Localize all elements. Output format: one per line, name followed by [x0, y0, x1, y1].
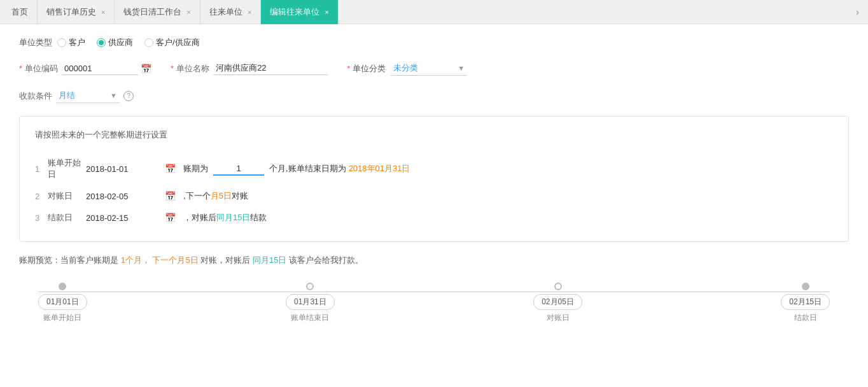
timeline-date-box-4: 02月15日 — [781, 294, 830, 310]
timeline-node-3: 02月05日 对账日 — [533, 283, 582, 323]
tab-partner-label: 往来单位 — [209, 6, 242, 18]
timeline-node-4: 02月15日 结款日 — [781, 283, 830, 323]
tab-home[interactable]: 首页 — [3, 0, 38, 24]
calendar-icon-row1[interactable]: 📅 — [165, 164, 176, 174]
tabs-bar: 首页 销售订单历史 × 钱货日清工作台 × 往来单位 × 编辑往来单位 × › — [0, 0, 868, 24]
calendar-icon-row2[interactable]: 📅 — [165, 191, 176, 201]
code-label: 单位编码 — [25, 63, 58, 74]
tab-more-button[interactable]: › — [850, 7, 865, 17]
code-input[interactable] — [62, 62, 138, 75]
radio-customer-label: 客户 — [69, 37, 85, 48]
classify-select[interactable]: 未分类 ▼ — [391, 61, 467, 76]
tab-edit-partner-close[interactable]: × — [325, 8, 328, 16]
period-row-1-date: 2018-01-01 — [86, 164, 162, 174]
timeline-date-3: 02月05日 — [542, 297, 574, 306]
timeline-node-2: 01月31日 账单结束日 — [286, 283, 335, 323]
name-field-group: * 单位名称 — [171, 62, 328, 75]
name-label: 单位名称 — [176, 63, 209, 74]
question-icon[interactable]: ? — [123, 91, 134, 101]
period-row-3-date: 2018-02-15 — [86, 213, 162, 223]
period-row-2-highlight: 月5日 — [211, 190, 232, 202]
tab-partner[interactable]: 往来单位 × — [200, 0, 261, 24]
period-row-3-highlight: 同月15日 — [216, 212, 250, 223]
calendar-icon-code[interactable]: 📅 — [141, 64, 151, 74]
period-row-1-label: 账单开始日 — [48, 157, 86, 180]
payment-select-value: 月结 — [59, 90, 106, 101]
radio-customer-supplier-label: 客户/供应商 — [156, 37, 200, 48]
radio-supplier-label: 供应商 — [108, 37, 133, 48]
payment-row: 收款条件 月结 ▼ ? — [19, 88, 849, 103]
period-row-2-desc-suffix: 对账 — [232, 190, 248, 202]
radio-customer-circle — [57, 38, 66, 47]
timeline-date-1: 01月01日 — [46, 297, 79, 306]
radio-supplier[interactable]: 供应商 — [97, 37, 133, 48]
period-months-input[interactable] — [213, 162, 264, 176]
name-input[interactable] — [213, 62, 328, 75]
period-row-1-num: 1 — [35, 164, 48, 174]
radio-customer-supplier-circle — [144, 38, 153, 47]
preview-suffix: 该客户会给我打款。 — [289, 255, 363, 265]
timeline-date-box-1: 01月01日 — [38, 294, 87, 310]
period-row-3-label: 结款日 — [48, 212, 86, 223]
timeline-dot-2 — [306, 283, 314, 290]
tab-sales-history-close[interactable]: × — [101, 8, 105, 16]
tab-cash-work-close[interactable]: × — [186, 8, 190, 16]
period-row-3-desc-suffix: 结款 — [250, 212, 267, 223]
classify-required-star: * — [347, 64, 350, 73]
preview-part1: 1个月， — [121, 255, 150, 265]
period-row-3-desc-prefix: ，对账后 — [183, 212, 216, 223]
timeline-node-1: 01月01日 账单开始日 — [38, 283, 87, 323]
unit-type-label: 单位类型 — [19, 37, 52, 48]
preview-mid: 对账，对账后 — [200, 255, 250, 265]
preview-text: 账期预览：当前客户账期是 1个月， 下一个月5日 对账，对账后 同月15日 该客… — [19, 255, 849, 266]
period-row-2-num: 2 — [35, 192, 48, 201]
timeline-dot-1 — [59, 283, 66, 290]
timeline-date-4: 02月15日 — [789, 297, 822, 306]
period-row-2: 2 对账日 2018-02-05 📅 ,下一个 月5日 对账 — [35, 185, 833, 207]
period-row-2-label: 对账日 — [48, 190, 86, 202]
timeline-label-2: 账单结束日 — [291, 313, 329, 323]
radio-supplier-circle — [97, 38, 106, 47]
timeline-label-3: 对账日 — [547, 313, 570, 323]
unit-type-row: 单位类型 客户 供应商 客户/供应商 — [19, 37, 849, 48]
preview-part3: 同月15日 — [253, 255, 286, 265]
classify-label: 单位分类 — [353, 63, 386, 74]
tab-partner-close[interactable]: × — [248, 8, 251, 16]
classify-chevron-down-icon: ▼ — [458, 64, 465, 72]
classify-select-value: 未分类 — [393, 62, 454, 74]
timeline-dot-3 — [554, 283, 562, 290]
period-row-1-desc-suffix: 个月,账单结束日期为 — [269, 163, 346, 174]
timeline-label-1: 账单开始日 — [43, 313, 81, 323]
payment-label: 收款条件 — [19, 90, 52, 102]
tab-edit-partner-label: 编辑往来单位 — [270, 6, 319, 18]
period-row-2-desc-prefix: ,下一个 — [183, 190, 211, 202]
code-field-group: * 单位编码 📅 — [19, 62, 151, 75]
timeline-date-2: 01月31日 — [294, 297, 326, 306]
timeline-date-box-2: 01月31日 — [286, 294, 335, 310]
payment-chevron-down-icon: ▼ — [110, 92, 117, 99]
period-row-3-num: 3 — [35, 213, 48, 223]
radio-customer[interactable]: 客户 — [57, 37, 85, 48]
calendar-icon-row3[interactable]: 📅 — [165, 213, 176, 223]
radio-customer-supplier[interactable]: 客户/供应商 — [144, 37, 200, 48]
timeline-dot-4 — [802, 283, 809, 290]
period-row-2-date: 2018-02-05 — [86, 192, 162, 201]
timeline-container: 01月01日 账单开始日 01月31日 账单结束日 02月05日 对账日 — [19, 276, 849, 342]
code-name-classify-row: * 单位编码 📅 * 单位名称 * 单位分类 未分类 ▼ — [19, 61, 849, 76]
timeline-label-4: 结款日 — [794, 313, 817, 323]
timeline-nodes: 01月01日 账单开始日 01月31日 账单结束日 02月05日 对账日 — [38, 283, 830, 323]
period-row-1-highlight-date: 2018年01月31日 — [349, 163, 410, 174]
tab-cash-work-label: 钱货日清工作台 — [123, 6, 181, 18]
preview-prefix: 账期预览：当前客户账期是 — [19, 255, 118, 265]
period-box-title: 请按照未来的一个完整帐期进行设置 — [35, 129, 833, 141]
period-row-1-desc-prefix: 账期为 — [183, 163, 208, 174]
period-box: 请按照未来的一个完整帐期进行设置 1 账单开始日 2018-01-01 📅 账期… — [19, 116, 849, 242]
tab-cash-work[interactable]: 钱货日清工作台 × — [115, 0, 200, 24]
tab-edit-partner[interactable]: 编辑往来单位 × — [261, 0, 338, 24]
payment-select[interactable]: 月结 ▼ — [56, 88, 120, 103]
preview-part2: 下一个月5日 — [152, 255, 198, 265]
tab-home-label: 首页 — [11, 6, 28, 18]
tab-sales-history[interactable]: 销售订单历史 × — [38, 0, 115, 24]
radio-group-unit-type: 客户 供应商 客户/供应商 — [57, 37, 200, 48]
classify-field-group: * 单位分类 未分类 ▼ — [347, 61, 467, 76]
